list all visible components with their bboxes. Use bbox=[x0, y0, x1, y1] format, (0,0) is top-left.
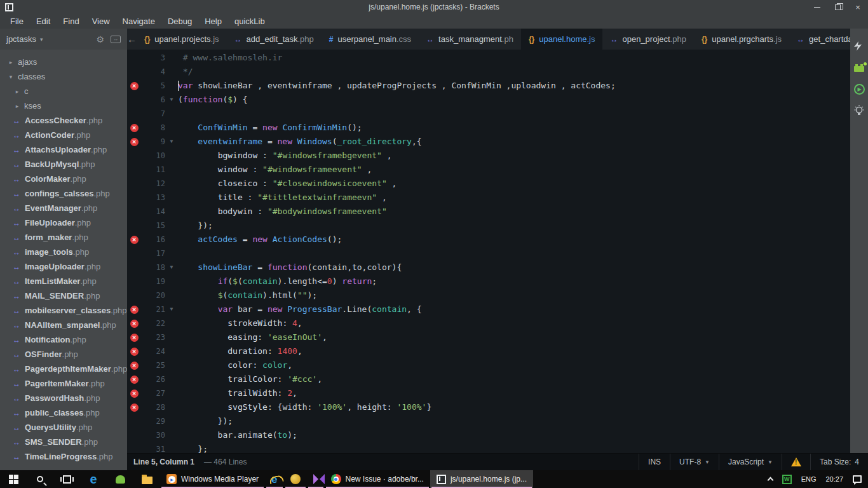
menu-item-debug[interactable]: Debug bbox=[161, 14, 198, 29]
tab-task_managment[interactable]: ↔task_managment.ph bbox=[419, 29, 521, 50]
error-icon[interactable]: ✕ bbox=[130, 320, 139, 328]
tree-item-ajaxs[interactable]: ▸ajaxs bbox=[0, 55, 127, 69]
language-indicator[interactable]: ENG bbox=[801, 475, 817, 483]
error-icon[interactable]: ✕ bbox=[130, 348, 139, 356]
tab-userpanel_main[interactable]: #userpanel_main.css bbox=[322, 29, 419, 50]
chevron-collapsed-icon[interactable]: ▸ bbox=[14, 103, 20, 109]
menu-item-view[interactable]: View bbox=[86, 14, 116, 29]
gear-icon[interactable]: ⚙ bbox=[96, 35, 104, 44]
lint-warning[interactable] bbox=[782, 454, 810, 470]
tree-item-AttachsUploader[interactable]: ↔AttachsUploader.php bbox=[0, 142, 127, 157]
language-selector[interactable]: JavaScript▼ bbox=[719, 454, 782, 470]
taskbar-task-gold[interactable] bbox=[284, 470, 307, 488]
encoding-selector[interactable]: UTF-8▼ bbox=[670, 454, 719, 470]
start-button[interactable] bbox=[0, 470, 27, 488]
error-icon[interactable]: ✕ bbox=[130, 403, 139, 412]
live-preview-icon[interactable] bbox=[853, 40, 865, 51]
taskbar-task-ie[interactable]: e bbox=[265, 470, 283, 488]
tree-item-MAIL_SENDER[interactable]: ↔MAIL_SENDER.php bbox=[0, 288, 127, 303]
tree-item-confings_calsses[interactable]: ↔confings_calsses.php bbox=[0, 186, 127, 201]
tree-item-TimeLineProgress[interactable]: ↔TimeLineProgress.php bbox=[0, 449, 127, 464]
tree-item-classes[interactable]: ▾classes bbox=[0, 69, 127, 84]
wampserver-tray-icon[interactable]: W bbox=[782, 475, 792, 484]
error-icon[interactable]: ✕ bbox=[130, 334, 139, 342]
file-explorer-button[interactable] bbox=[133, 470, 160, 488]
tree-item-ImageUploader[interactable]: ↔ImageUploader.php bbox=[0, 259, 127, 274]
tree-item-kses[interactable]: ▸kses bbox=[0, 98, 127, 113]
action-center-icon[interactable] bbox=[853, 475, 862, 483]
tree-item-NAAlItem_smpanel[interactable]: ↔NAAlItem_smpanel.php bbox=[0, 318, 127, 332]
tab-size-setting[interactable]: Tab Size:4 bbox=[810, 454, 868, 470]
tree-item-c[interactable]: ▸c bbox=[0, 84, 127, 98]
tree-item-SMS_SENDER[interactable]: ↔SMS_SENDER.php bbox=[0, 435, 127, 449]
edge-button[interactable]: e bbox=[80, 470, 107, 488]
search-button[interactable] bbox=[27, 470, 53, 488]
back-arrow-icon[interactable]: ← bbox=[127, 29, 137, 50]
taskbar-task-wmp[interactable]: ▶Windows Media Player bbox=[160, 470, 265, 488]
tree-item-ItemListMaker[interactable]: ↔ItemListMaker.php bbox=[0, 274, 127, 288]
tab-upanel.prgcharts[interactable]: {}upanel.prgcharts.js bbox=[694, 29, 789, 50]
tree-item-QuerysUtility[interactable]: ↔QuerysUtility.php bbox=[0, 420, 127, 435]
tree-item-EventManager[interactable]: ↔EventManager.php bbox=[0, 201, 127, 215]
chevron-collapsed-icon[interactable]: ▸ bbox=[8, 59, 14, 65]
tree-item-BackUpMysql[interactable]: ↔BackUpMysql.php bbox=[0, 157, 127, 172]
tree-item-ActionCoder[interactable]: ↔ActionCoder.php bbox=[0, 128, 127, 142]
php-file-icon: ↔ bbox=[13, 219, 20, 227]
fold-arrow-icon[interactable]: ▼ bbox=[165, 261, 178, 274]
run-play-icon[interactable]: ▶ bbox=[853, 83, 865, 95]
taskbar-task-purple[interactable] bbox=[307, 470, 325, 488]
clock[interactable]: 20:27 bbox=[825, 475, 843, 483]
tab-upanel.home[interactable]: {}upanel.home.js bbox=[521, 29, 603, 50]
menu-item-edit[interactable]: Edit bbox=[30, 14, 57, 29]
error-icon[interactable]: ✕ bbox=[130, 138, 139, 146]
tab-upanel.projects[interactable]: {}upanel.projects.js bbox=[137, 29, 227, 50]
tree-item-PagerItemMaker[interactable]: ↔PagerItemMaker.php bbox=[0, 376, 127, 391]
project-name[interactable]: jpctasks bbox=[6, 34, 36, 44]
insert-mode-indicator[interactable]: INS bbox=[639, 454, 670, 470]
tree-item-mobileserver_classes[interactable]: ↔mobileserver_classes.php bbox=[0, 303, 127, 318]
project-header[interactable]: jpctasks ▾ ⚙ ↔ bbox=[0, 29, 127, 50]
tree-item-OSFinder[interactable]: ↔OSFinder.php bbox=[0, 347, 127, 362]
tab-open_project[interactable]: ↔open_project.php bbox=[602, 29, 693, 50]
error-icon[interactable]: ✕ bbox=[130, 362, 139, 370]
lightbulb-icon[interactable] bbox=[853, 105, 865, 116]
fold-arrow-icon[interactable]: ▼ bbox=[165, 135, 178, 149]
menu-item-help[interactable]: Help bbox=[198, 14, 228, 29]
taskbar-task-chrome[interactable]: New Issue · adobe/br... bbox=[325, 470, 430, 488]
error-icon[interactable]: ✕ bbox=[130, 124, 139, 132]
menu-item-quicklib[interactable]: quickLib bbox=[228, 14, 271, 29]
php-file-icon: ↔ bbox=[13, 452, 20, 461]
error-icon[interactable]: ✕ bbox=[130, 306, 139, 314]
tree-item-image_tools[interactable]: ↔image_tools.php bbox=[0, 245, 127, 259]
restore-button[interactable] bbox=[827, 0, 848, 14]
fold-arrow-icon[interactable]: ▼ bbox=[165, 302, 178, 316]
tree-item-ColorMaker[interactable]: ↔ColorMaker.php bbox=[0, 172, 127, 186]
tree-item-PagerdepthItemMaker[interactable]: ↔PagerdepthItemMaker.php bbox=[0, 362, 127, 376]
tree-item-form_maker[interactable]: ↔form_maker.php bbox=[0, 230, 127, 245]
taskbar-task-brackets[interactable]: js/upanel.home.js (jp... bbox=[430, 470, 533, 488]
tree-item-FileUploader[interactable]: ↔FileUploader.php bbox=[0, 215, 127, 230]
tree-item-public_classes[interactable]: ↔public_classes.php bbox=[0, 405, 127, 420]
tab-add_edit_task[interactable]: ↔add_edit_task.php bbox=[227, 29, 322, 50]
error-icon[interactable]: ✕ bbox=[130, 376, 139, 384]
android-app-button[interactable] bbox=[107, 470, 133, 488]
fold-arrow-icon[interactable]: ▼ bbox=[165, 93, 178, 107]
close-button[interactable]: × bbox=[848, 0, 868, 14]
error-icon[interactable]: ✕ bbox=[130, 82, 139, 90]
split-view-icon[interactable]: ↔ bbox=[111, 36, 121, 43]
hidden-icons-chevron-icon[interactable] bbox=[767, 477, 773, 484]
minimize-button[interactable] bbox=[807, 0, 827, 14]
chevron-expanded-icon[interactable]: ▾ bbox=[8, 74, 14, 80]
chevron-collapsed-icon[interactable]: ▸ bbox=[14, 88, 20, 95]
code-editor[interactable]: 3 # www.salehmosleh.ir4 */✕5var showLine… bbox=[127, 50, 850, 453]
menu-item-navigate[interactable]: Navigate bbox=[116, 14, 161, 29]
tree-item-PasswordHash[interactable]: ↔PasswordHash.php bbox=[0, 391, 127, 405]
menu-item-file[interactable]: File bbox=[4, 14, 30, 29]
tree-item-Notification[interactable]: ↔Notification.php bbox=[0, 332, 127, 347]
error-icon[interactable]: ✕ bbox=[130, 390, 139, 398]
tree-item-AccessChecker[interactable]: ↔AccessChecker.php bbox=[0, 113, 127, 128]
task-view-button[interactable] bbox=[53, 470, 80, 488]
extension-manager-icon[interactable] bbox=[853, 62, 865, 73]
menu-item-find[interactable]: Find bbox=[57, 14, 85, 29]
error-icon[interactable]: ✕ bbox=[130, 236, 139, 244]
